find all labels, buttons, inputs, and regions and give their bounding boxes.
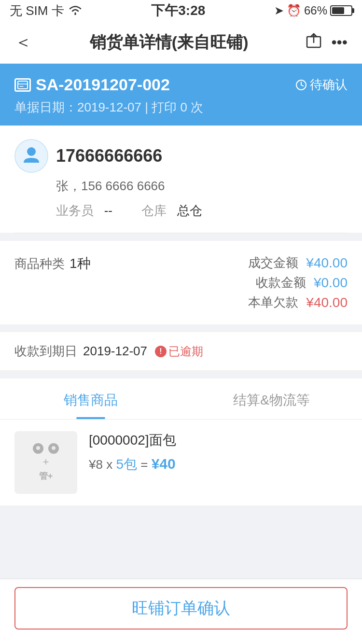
balance-label: 本单欠款 <box>248 294 298 311</box>
tab-settlement-label: 结算&物流等 <box>233 392 310 407</box>
confirm-button[interactable]: 旺铺订单确认 <box>14 587 348 630</box>
order-status: 待确认 <box>295 76 348 93</box>
battery-text: 66% <box>304 4 327 17</box>
status-bar-left: 无 SIM 卡 <box>10 2 83 19</box>
order-id-text: SA-20191207-002 <box>36 75 170 94</box>
wifi-icon <box>68 3 83 18</box>
bottom-bar: 旺铺订单确认 <box>0 578 362 644</box>
nav-title: 销货单详情(来自旺铺) <box>90 31 249 54</box>
summary-left: 商品种类 1种 <box>14 254 91 273</box>
order-id-row: SA-20191207-002 待确认 <box>14 75 348 94</box>
logo-eye-left <box>33 443 43 454</box>
summary-grid: 商品种类 1种 成交金额 ¥40.00 收款金额 ¥0.00 本单欠款 ¥40.… <box>14 254 348 311</box>
alarm-icon: ⏰ <box>287 4 301 17</box>
payment-row: 收款金额 ¥0.00 <box>256 274 348 291</box>
order-icon <box>14 78 31 92</box>
carrier-text: 无 SIM 卡 <box>10 2 64 19</box>
status-bar-right: ➤ ⏰ 66% <box>274 4 352 17</box>
product-equals: = <box>140 457 151 472</box>
product-item: + 管+ [0000002]面包 ¥8 x 5包 = ¥40 <box>14 431 348 494</box>
customer-section: 17666666666 张，156 6666 6666 业务员 -- 仓库 总仓 <box>0 126 362 233</box>
divider-1 <box>14 233 348 233</box>
balance-row: 本单欠款 ¥40.00 <box>248 294 348 311</box>
product-type-label: 商品种类 <box>14 255 65 272</box>
tabs-container: 销售商品 结算&物流等 <box>0 378 362 420</box>
due-section: 收款到期日 2019-12-07 ! 已逾期 <box>0 332 362 371</box>
due-label: 收款到期日 <box>14 343 77 360</box>
more-icon[interactable]: ••• <box>331 33 348 51</box>
logo-text: 管+ <box>39 470 53 482</box>
customer-name: 张，156 6666 6666 <box>56 178 348 195</box>
salesperson-value: -- <box>104 203 112 218</box>
tab-settlement[interactable]: 结算&物流等 <box>181 378 362 419</box>
product-info: [0000002]面包 ¥8 x 5包 = ¥40 <box>89 431 348 474</box>
product-price: ¥8 x 5包 = ¥40 <box>89 455 348 474</box>
order-id: SA-20191207-002 <box>14 75 170 94</box>
transaction-label: 成交金额 <box>248 254 298 271</box>
nav-bar: ＜ 销货单详情(来自旺铺) ••• <box>0 21 362 64</box>
svg-point-4 <box>27 147 36 156</box>
logo-eye-right <box>48 443 59 454</box>
battery-fill <box>332 7 344 14</box>
avatar-icon <box>22 144 41 168</box>
salesperson-label: 业务员 <box>56 203 94 218</box>
location-icon: ➤ <box>274 4 284 17</box>
customer-meta: 业务员 -- 仓库 总仓 <box>56 202 348 219</box>
status-bar: 无 SIM 卡 下午3:28 ➤ ⏰ 66% <box>0 0 362 21</box>
battery-icon <box>330 5 352 16</box>
product-quantity: 5包 <box>116 457 137 472</box>
status-time: 下午3:28 <box>151 1 205 20</box>
transaction-value: ¥40.00 <box>306 255 348 271</box>
product-multiply: x <box>106 457 116 472</box>
order-header: SA-20191207-002 待确认 单据日期：2019-12-07 | 打印… <box>0 64 362 126</box>
svg-rect-2 <box>18 81 28 89</box>
warehouse-label: 仓库 <box>141 203 167 218</box>
product-logo: + 管+ <box>33 443 59 482</box>
tab-sales-product-label: 销售商品 <box>64 392 118 407</box>
order-status-text: 待确认 <box>310 76 348 93</box>
nav-actions: ••• <box>306 33 348 52</box>
overdue-icon: ! <box>155 346 167 357</box>
tab-sales-product[interactable]: 销售商品 <box>0 378 181 419</box>
order-date: 单据日期：2019-12-07 | 打印 0 次 <box>14 99 348 116</box>
product-price-unit: ¥8 <box>89 457 103 472</box>
payment-label: 收款金额 <box>256 274 306 291</box>
transaction-row: 成交金额 ¥40.00 <box>248 254 348 271</box>
product-name: [0000002]面包 <box>89 431 348 449</box>
payment-value: ¥0.00 <box>314 275 348 291</box>
share-icon[interactable] <box>306 33 321 52</box>
due-date: 2019-12-07 <box>83 344 147 359</box>
logo-eyes <box>33 443 59 454</box>
product-section: + 管+ [0000002]面包 ¥8 x 5包 = ¥40 <box>0 420 362 505</box>
summary-section: 商品种类 1种 成交金额 ¥40.00 收款金额 ¥0.00 本单欠款 ¥40.… <box>0 241 362 324</box>
avatar <box>14 139 48 173</box>
logo-plus: + <box>43 456 49 468</box>
back-button[interactable]: ＜ <box>14 30 32 54</box>
product-thumbnail: + 管+ <box>14 431 77 494</box>
overdue-text: 已逾期 <box>168 344 203 359</box>
customer-row: 17666666666 <box>14 139 348 173</box>
overdue-badge: ! 已逾期 <box>155 344 203 359</box>
customer-phone: 17666666666 <box>56 146 162 166</box>
product-type-value: 1种 <box>70 254 91 273</box>
summary-right: 成交金额 ¥40.00 收款金额 ¥0.00 本单欠款 ¥40.00 <box>248 254 348 311</box>
product-total: ¥40 <box>152 456 176 472</box>
warehouse-value: 总仓 <box>177 203 202 218</box>
balance-value: ¥40.00 <box>306 295 348 310</box>
